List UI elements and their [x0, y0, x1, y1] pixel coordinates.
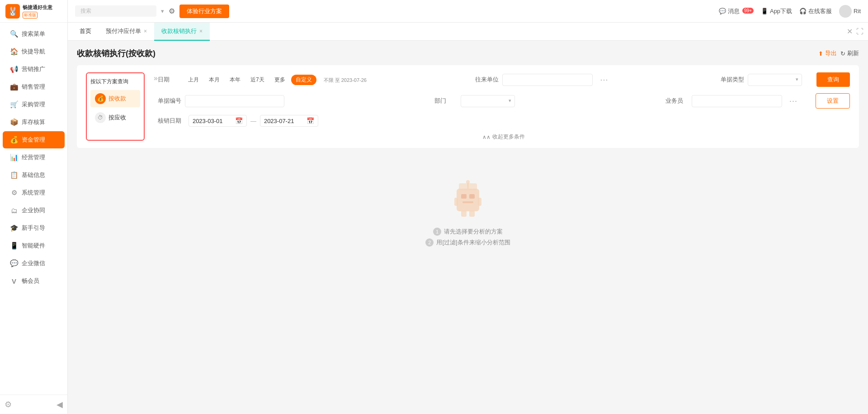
sidebar-item-sales[interactable]: 💼 销售管理 — [3, 78, 65, 95]
collapse-more-button[interactable]: ∧∧ 收起更多条件 — [482, 133, 525, 141]
tab-collection-close-icon[interactable]: × — [199, 28, 203, 34]
close-tab-icon[interactable]: ✕ — [847, 27, 853, 36]
sidebar-item-label: 搜索菜单 — [22, 30, 45, 38]
message-button[interactable]: 💬 消息 99+ — [719, 7, 754, 15]
sidebar-item-label: 营销推广 — [22, 65, 45, 73]
sidebar-item-system[interactable]: ⚙ 系统管理 — [3, 184, 65, 201]
voucher-no-input[interactable] — [185, 95, 284, 107]
sidebar-item-operations[interactable]: 📊 经营管理 — [3, 149, 65, 166]
sidebar-item-marketing[interactable]: 📢 营销推广 — [3, 61, 65, 78]
filter-panel-collapse-icon[interactable]: » — [154, 74, 158, 82]
sidebar-item-hardware[interactable]: 📱 智能硬件 — [3, 237, 65, 254]
user-area[interactable]: Rit — [839, 5, 861, 18]
service-label: 在线客服 — [808, 7, 832, 15]
app-icon: 📱 — [761, 8, 768, 14]
system-icon: ⚙ — [10, 189, 18, 197]
date-btn-7days[interactable]: 近7天 — [246, 74, 269, 86]
svg-rect-0 — [457, 189, 479, 211]
collapse-sidebar-icon[interactable]: ◀ — [57, 400, 63, 409]
tab-prepayment[interactable]: 预付冲应付单 × — [99, 23, 154, 41]
sidebar-item-guide[interactable]: 🎓 新手引导 — [3, 219, 65, 237]
sidebar-item-cooperation[interactable]: 🗂 企业协同 — [3, 202, 65, 219]
refresh-button[interactable]: ↻ 刷新 — [840, 49, 859, 57]
topbar-gear-icon[interactable]: ⚙ — [169, 7, 175, 15]
tabbar-actions: ✕ ⛶ — [847, 27, 863, 36]
refresh-icon: ↻ — [840, 50, 845, 57]
voucher-type-select[interactable] — [748, 74, 802, 86]
svg-rect-3 — [462, 201, 473, 203]
query-btn-wrap: 查询 — [816, 72, 850, 87]
sidebar-item-search[interactable]: 🔍 搜索菜单 — [3, 25, 65, 43]
sidebar-item-inventory[interactable]: 📦 库存核算 — [3, 114, 65, 131]
setting-button[interactable]: 设置 — [816, 93, 850, 109]
sidebar-item-purchase[interactable]: 🛒 采购管理 — [3, 96, 65, 113]
filter-option-receipt[interactable]: 💰 按收款 — [90, 90, 140, 107]
writeoff-end-calendar-icon[interactable]: 📅 — [307, 117, 314, 124]
writeoff-start-wrap: 📅 — [189, 115, 247, 127]
basicinfo-icon: 📋 — [10, 171, 18, 179]
export-button[interactable]: ⬆ 导出 — [818, 49, 837, 57]
topbar-dropdown-icon[interactable]: ▾ — [161, 8, 164, 14]
sidebar-item-basicinfo[interactable]: 📋 基础信息 — [3, 167, 65, 184]
voucher-type-field: 单据类型 — [721, 74, 802, 86]
page-header: 收款核销执行(按收款) ⬆ 导出 ↻ 刷新 — [77, 48, 859, 59]
sidebar-item-wechat[interactable]: 💬 企业微信 — [3, 255, 65, 272]
sidebar-nav: 🔍 搜索菜单 🏠 快捷导航 📢 营销推广 💼 销售管理 🛒 采购管理 📦 库存核… — [0, 23, 67, 395]
date-btn-thismonth[interactable]: 本月 — [205, 74, 224, 86]
inventory-icon: 📦 — [10, 118, 18, 126]
filter-option-receipt-label: 按收款 — [108, 95, 126, 103]
date-not-limit: 不限 至 2023-07-26 — [324, 77, 367, 84]
sidebar-bottom: ⚙ ◀ — [0, 395, 67, 414]
sidebar-item-label: 经营管理 — [22, 153, 45, 162]
date-btn-more[interactable]: 更多 — [270, 74, 289, 86]
writeoff-date-end[interactable] — [264, 118, 305, 124]
date-btn-thisyear[interactable]: 本年 — [226, 74, 245, 86]
sidebar-item-member[interactable]: V 畅会员 — [3, 272, 65, 290]
home-icon: 🏠 — [10, 48, 18, 56]
tab-home[interactable]: 首页 — [72, 23, 99, 41]
counterparty-more-icon[interactable]: ··· — [596, 73, 612, 86]
query-button[interactable]: 查询 — [816, 72, 850, 87]
user-name: Rit — [854, 8, 861, 14]
app-download-button[interactable]: 📱 App下载 — [761, 7, 792, 15]
sidebar-item-label: 采购管理 — [22, 100, 45, 109]
expand-tab-icon[interactable]: ⛶ — [856, 28, 863, 36]
user-avatar — [839, 5, 852, 18]
tab-prepayment-close-icon[interactable]: × — [144, 28, 147, 34]
department-field: 部门 — [434, 95, 515, 107]
member-icon: V — [10, 277, 18, 285]
salesperson-label: 业务员 — [665, 97, 688, 105]
empty-tip-2: 2 用[过滤]条件来缩小分析范围 — [425, 238, 510, 247]
counterparty-input[interactable] — [502, 74, 593, 86]
date-range-hint: 不限 至 2023-07-26 — [324, 77, 367, 84]
department-select[interactable] — [461, 95, 515, 107]
salesperson-field: 业务员 ··· — [665, 95, 801, 108]
sidebar-item-finance[interactable]: 💰 资金管理 — [3, 131, 65, 148]
salesperson-more-icon[interactable]: ··· — [786, 95, 801, 108]
filter-option-receivable[interactable]: ⏱ 按应收 — [90, 109, 140, 126]
operations-icon: 📊 — [10, 153, 18, 162]
tab-collection-label: 收款核销执行 — [161, 27, 197, 35]
empty-tip-text-2: 用[过滤]条件来缩小分析范围 — [436, 238, 510, 247]
writeoff-date-start[interactable] — [193, 118, 233, 124]
settings-bottom-icon[interactable]: ⚙ — [5, 400, 12, 409]
writeoff-start-calendar-icon[interactable]: 📅 — [235, 117, 243, 124]
tab-collection[interactable]: 收款核销执行 × — [154, 23, 210, 41]
topbar: 搜索 ▾ ⚙ 体验行业方案 💬 消息 99+ 📱 App下载 🎧 在线客服 Ri… — [68, 0, 868, 23]
solution-button[interactable]: 体验行业方案 — [179, 5, 229, 18]
date-btn-lastmonth[interactable]: 上月 — [184, 74, 203, 86]
date-btn-custom[interactable]: 自定义 — [291, 75, 316, 85]
sidebar-item-label: 畅会员 — [22, 277, 39, 285]
sidebar-item-label: 销售管理 — [22, 83, 45, 91]
online-service-button[interactable]: 🎧 在线客服 — [799, 7, 832, 15]
salesperson-input[interactable] — [692, 95, 782, 107]
message-badge: 99+ — [742, 8, 754, 14]
empty-state: 1 请先选择要分析的方案 2 用[过滤]条件来缩小分析范围 — [77, 148, 859, 267]
sidebar: 🐰 畅捷通好生意 标准版 🔍 搜索菜单 🏠 快捷导航 📢 营销推广 💼 销售管理… — [0, 0, 68, 414]
svg-rect-5 — [478, 198, 481, 206]
sidebar-item-shortcuts[interactable]: 🏠 快捷导航 — [3, 43, 65, 60]
marketing-icon: 📢 — [10, 65, 18, 73]
department-label: 部门 — [434, 97, 457, 105]
svg-rect-1 — [461, 194, 467, 199]
empty-illustration — [445, 175, 491, 220]
